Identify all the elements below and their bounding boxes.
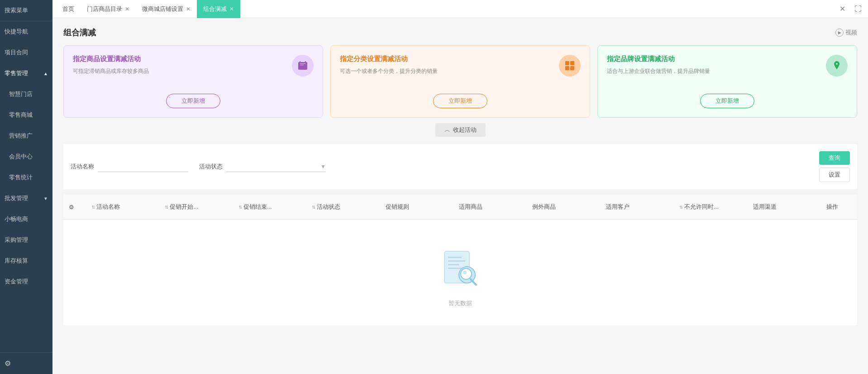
promo-card-brand: 指定品牌设置满减活动 适合与上游企业联合做营销，提升品牌销量 立即新增 [597, 45, 857, 118]
table-header: ⚙ ⇅ 活动名称 ⇅ 促销开始... ⇅ 促销结束... ⇅ 活动状态 [63, 195, 857, 220]
promo-card-category: 指定分类设置满减活动 可选一个或者多个分类，提升分类的销量 立即新增 [330, 45, 590, 118]
svg-rect-5 [448, 257, 462, 258]
promo-cards-row: 指定商品设置满减活动 可指定滞销商品或库存较多商品 立即新增 指定分类设置满减活… [63, 45, 857, 118]
sidebar-item-wholesale-mgmt[interactable]: 批发管理 ▼ [0, 188, 52, 209]
page-title: 组合满减 [63, 27, 96, 38]
promo-card-product: 指定商品设置满减活动 可指定滞销商品或库存较多商品 立即新增 [63, 45, 323, 118]
th-activity-status: ⇅ 活动状态 [306, 199, 380, 215]
sidebar-item-purchase[interactable]: 采购管理 [0, 230, 52, 250]
th-operations: 操作 [821, 199, 857, 215]
page-header: 组合满减 ▶ 视频 [63, 27, 857, 38]
th-promo-start: ⇅ 促销开始... [159, 199, 233, 215]
sidebar-item-smart-store[interactable]: 智慧门店 [0, 84, 52, 105]
sort-icon[interactable]: ⇅ [238, 205, 242, 210]
activity-status-label: 活动状态 [199, 163, 223, 171]
category-card-title: 指定分类设置满减活动 [340, 55, 581, 63]
category-add-button[interactable]: 立即新增 [433, 94, 487, 108]
th-gear[interactable]: ⚙ [63, 200, 86, 214]
tab-wechat-store[interactable]: 微商城店铺设置 ✕ [136, 0, 197, 18]
empty-text: 暂无数据 [448, 299, 472, 307]
chevron-down-icon: ▼ [43, 196, 48, 201]
tab-home[interactable]: 首页 [56, 0, 81, 18]
product-card-title: 指定商品设置满减活动 [73, 55, 314, 63]
th-no-overlap: ⇅ 不允许同时... [674, 199, 747, 215]
sidebar-item-member-center[interactable]: 会员中心 [0, 146, 52, 167]
tab-actions: ✕ ⛶ [837, 5, 864, 13]
close-window-button[interactable]: ✕ [837, 5, 848, 13]
brand-card-icon [826, 55, 848, 77]
data-table: ⚙ ⇅ 活动名称 ⇅ 促销开始... ⇅ 促销结束... ⇅ 活动状态 [63, 195, 857, 326]
sort-icon[interactable]: ⇅ [312, 205, 315, 210]
close-tab-combo-discount[interactable]: ✕ [229, 6, 234, 12]
product-add-button[interactable]: 立即新增 [166, 94, 220, 108]
th-applicable-channel: 适用渠道 [748, 199, 821, 215]
sidebar-item-quick-nav[interactable]: 快捷导航 [0, 21, 52, 42]
product-card-desc: 可指定滞销商品或库存较多商品 [73, 67, 314, 88]
brand-add-button[interactable]: 立即新增 [700, 94, 754, 108]
activity-name-filter: 活动名称 [71, 161, 188, 172]
svg-rect-6 [448, 260, 465, 262]
sidebar-item-inventory[interactable]: 库存核算 [0, 250, 52, 271]
svg-rect-1 [570, 61, 574, 65]
maximize-window-button[interactable]: ⛶ [852, 5, 864, 13]
sidebar-item-retail-stats[interactable]: 零售统计 [0, 167, 52, 188]
main-area: 首页 门店商品目录 ✕ 微商城店铺设置 ✕ 组合满减 ✕ ✕ ⛶ 组合满减 ▶ … [52, 0, 868, 374]
video-link[interactable]: ▶ 视频 [835, 29, 857, 37]
chevron-up-icon: ︿ [444, 126, 450, 134]
th-applicable-customer: 适用客户 [601, 199, 674, 215]
svg-point-12 [463, 271, 467, 274]
settings-icon[interactable]: ⚙ [0, 352, 52, 374]
th-promo-end: ⇅ 促销结束... [233, 199, 306, 215]
chevron-up-icon: ▲ [43, 71, 48, 76]
product-card-icon [292, 55, 314, 77]
th-promo-rule: 促销规则 [380, 199, 453, 215]
empty-illustration [433, 247, 487, 292]
th-activity-name: ⇅ 活动名称 [86, 199, 159, 215]
gear-icon: ⚙ [69, 204, 74, 211]
settings-button[interactable]: 设置 [819, 168, 850, 182]
tab-combo-discount[interactable]: 组合满减 ✕ [197, 0, 240, 18]
empty-state: 暂无数据 [63, 220, 857, 326]
sidebar-item-xiaochang[interactable]: 小畅电商 [0, 209, 52, 230]
svg-rect-7 [448, 264, 459, 265]
dropdown-icon: ▼ [320, 163, 326, 170]
content-area: 组合满减 ▶ 视频 指定商品设置满减活动 可指定滞销商品或库存较多商品 立即新增… [52, 18, 868, 374]
category-card-desc: 可选一个或者多个分类，提升分类的销量 [340, 67, 581, 88]
sidebar-search-label: 搜索菜单 [5, 7, 28, 14]
svg-point-10 [461, 269, 472, 279]
sort-icon[interactable]: ⇅ [91, 205, 95, 210]
collapse-button[interactable]: ︿ 收起活动 [435, 123, 486, 137]
filter-row: 活动名称 活动状态 ▼ 查询 设置 [63, 144, 857, 189]
close-tab-wechat-store[interactable]: ✕ [186, 6, 191, 12]
sidebar-item-fund[interactable]: 资金管理 [0, 271, 52, 292]
svg-rect-8 [448, 268, 463, 269]
tab-bar: 首页 门店商品目录 ✕ 微商城店铺设置 ✕ 组合满减 ✕ ✕ ⛶ [52, 0, 868, 18]
brand-card-desc: 适合与上游企业联合做营销，提升品牌销量 [607, 67, 848, 88]
brand-card-title: 指定品牌设置满减活动 [607, 55, 848, 63]
sidebar-item-project-contract[interactable]: 项目合同 [0, 42, 52, 63]
sidebar-search[interactable]: 搜索菜单 [0, 0, 52, 21]
tab-store-catalog[interactable]: 门店商品目录 ✕ [81, 0, 136, 18]
svg-rect-2 [565, 66, 569, 70]
sidebar-item-retail-mall[interactable]: 零售商城 [0, 105, 52, 125]
sidebar-item-retail-mgmt[interactable]: 零售管理 ▲ [0, 63, 52, 84]
play-circle-icon: ▶ [835, 29, 844, 37]
query-button[interactable]: 查询 [819, 151, 850, 165]
activity-name-input[interactable] [98, 161, 188, 172]
activity-status-filter: 活动状态 ▼ [199, 162, 326, 172]
th-exception-goods: 例外商品 [527, 199, 600, 215]
svg-rect-3 [570, 66, 574, 70]
filter-actions: 查询 设置 [819, 151, 850, 182]
sidebar-item-marketing[interactable]: 营销推广 [0, 125, 52, 146]
activity-status-select[interactable]: ▼ [226, 162, 326, 172]
activity-name-label: 活动名称 [71, 163, 94, 171]
sidebar: 搜索菜单 快捷导航 项目合同 零售管理 ▲ 智慧门店 零售商城 营销推广 会员中… [0, 0, 52, 374]
collapse-bar: ︿ 收起活动 [63, 123, 857, 137]
category-card-icon [559, 55, 581, 77]
sort-icon[interactable]: ⇅ [679, 205, 683, 210]
close-tab-store-catalog[interactable]: ✕ [125, 6, 129, 12]
sort-icon[interactable]: ⇅ [165, 205, 168, 210]
svg-rect-0 [565, 61, 569, 65]
th-applicable-goods: 适用商品 [453, 199, 527, 215]
